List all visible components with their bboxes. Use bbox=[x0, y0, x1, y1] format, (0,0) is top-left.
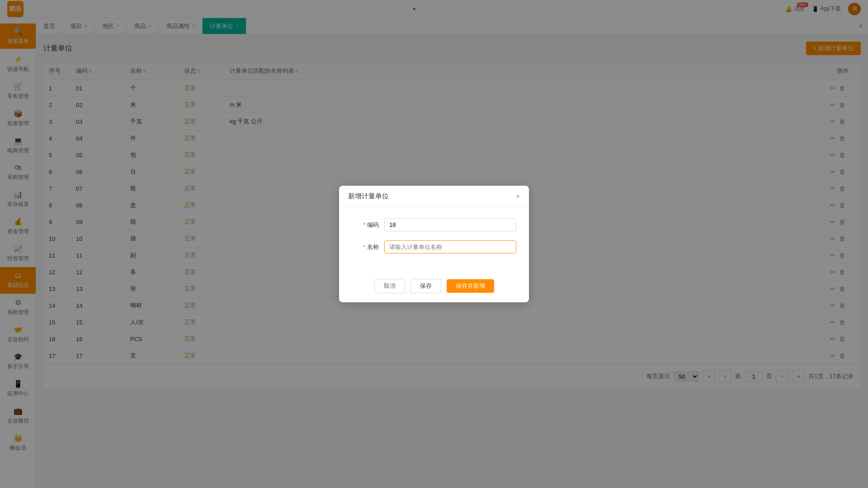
modal-header: 新增计量单位 × bbox=[339, 186, 529, 207]
modal-title: 新增计量单位 bbox=[348, 192, 389, 201]
modal-overlay[interactable]: 新增计量单位 × 编码 名称 取消 保存 保存并新增 bbox=[0, 0, 868, 488]
modal-close-button[interactable]: × bbox=[516, 192, 520, 201]
save-new-button[interactable]: 保存并新增 bbox=[447, 279, 494, 293]
add-unit-modal: 新增计量单位 × 编码 名称 取消 保存 保存并新增 bbox=[339, 186, 529, 302]
cancel-button[interactable]: 取消 bbox=[374, 279, 405, 293]
form-name-label: 名称 bbox=[352, 243, 379, 251]
form-name-item: 名称 bbox=[352, 240, 516, 253]
form-code-item: 编码 bbox=[352, 218, 516, 231]
name-input[interactable] bbox=[384, 240, 516, 253]
modal-footer: 取消 保存 保存并新增 bbox=[339, 273, 529, 302]
code-input[interactable] bbox=[384, 218, 516, 231]
form-code-label: 编码 bbox=[352, 221, 379, 229]
modal-body: 编码 名称 bbox=[339, 207, 529, 273]
save-button[interactable]: 保存 bbox=[410, 279, 441, 293]
